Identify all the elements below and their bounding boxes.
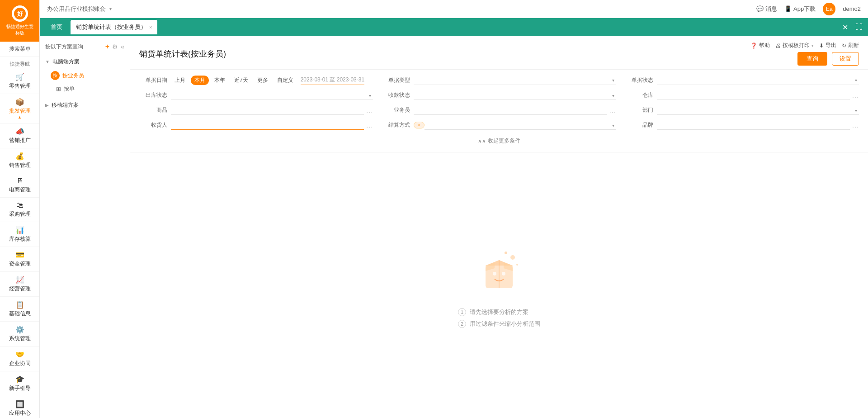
date-tab-more[interactable]: 更多: [254, 76, 272, 85]
add-scheme-icon[interactable]: +: [105, 43, 109, 51]
sidebar-item-operations[interactable]: 📈 经营管理: [0, 272, 39, 297]
sidebar-item-finance[interactable]: 💳 资金管理: [0, 247, 39, 272]
goods-input[interactable]: [171, 105, 364, 115]
tab-home[interactable]: 首页: [43, 20, 70, 34]
settlement-tag-x-icon[interactable]: ×: [418, 123, 420, 128]
goods-control: …: [171, 105, 373, 115]
placeholder-steps: 1 请先选择要分析的方案 2 用过滤条件来缩小分析范围: [458, 308, 540, 328]
sidebar-item-apps[interactable]: 🔲 应用中心: [0, 396, 39, 418]
sidebar-item-basic[interactable]: 📋 基础信息: [0, 297, 39, 322]
brand-input[interactable]: [657, 120, 850, 130]
sidebar-item-purchase[interactable]: 🛍 采购管理: [0, 198, 39, 222]
filter-cell-consignee: 收货人 …: [139, 120, 373, 130]
date-tab-this-year[interactable]: 本年: [211, 76, 229, 85]
sidebar-item-newbie-label: 新手引导: [9, 385, 31, 392]
outstatus-select[interactable]: [171, 90, 373, 100]
warehouse-input[interactable]: [657, 90, 850, 100]
export-button[interactable]: ⬇ 导出: [819, 42, 836, 49]
date-tab-this-month[interactable]: 本月: [191, 76, 209, 85]
header-actions-row-top: ❓ 帮助 🖨 按模板打印 ▾ ⬇ 导出: [750, 42, 859, 49]
workspace-name[interactable]: 办公用品行业模拟账套: [47, 5, 106, 13]
message-label: 消息: [765, 5, 777, 13]
scheme-group-mobile-arrow-icon: ▶: [45, 103, 49, 108]
quick-nav[interactable]: 快捷导航: [0, 57, 39, 69]
left-panel-actions: + ⚙ «: [105, 43, 124, 51]
scheme-sub-label: 按单: [64, 85, 75, 93]
query-button[interactable]: 查询: [797, 52, 827, 66]
filter-cell-goods: 商品 …: [139, 105, 373, 115]
sidebar-item-wholesale[interactable]: 📦 批发管理 ▲: [0, 94, 39, 124]
marketing-icon: 📣: [15, 127, 24, 136]
docstatus-select[interactable]: [657, 76, 859, 85]
basic-icon: 📋: [15, 300, 24, 309]
message-button[interactable]: 💬 消息: [756, 5, 777, 13]
consignee-input[interactable]: [171, 120, 364, 130]
tab-active-label: 销货单统计表（按业务员）: [76, 23, 146, 31]
print-button[interactable]: 🖨 按模板打印 ▾: [775, 42, 814, 49]
salesperson-input[interactable]: [414, 105, 607, 115]
scheme-item-salesperson[interactable]: 按 按业务员: [40, 68, 130, 83]
brand-dots-icon[interactable]: …: [852, 121, 859, 129]
ecommerce-icon: 🖥: [16, 177, 24, 185]
settlement-control: ×: [414, 120, 616, 130]
sidebar-item-marketing[interactable]: 📣 营销推广: [0, 124, 39, 148]
sidebar-item-inventory[interactable]: 📊 库存核算: [0, 222, 39, 247]
sidebar-item-retail[interactable]: 🛒 零售管理: [0, 69, 39, 94]
tab-close-icon[interactable]: ×: [149, 24, 152, 30]
doctype-select[interactable]: [414, 76, 616, 85]
sidebar-item-newbie[interactable]: 🎓 新手引导: [0, 371, 39, 396]
svg-point-7: [493, 272, 496, 276]
tab-close-all-button[interactable]: ✕: [840, 21, 850, 33]
settings-scheme-icon[interactable]: ⚙: [112, 43, 118, 50]
salesperson-dots-icon[interactable]: …: [609, 106, 616, 114]
settlement-select[interactable]: [425, 120, 616, 130]
help-button[interactable]: ❓ 帮助: [750, 42, 770, 49]
setup-button[interactable]: 设置: [832, 52, 859, 66]
warehouse-dots-icon[interactable]: …: [852, 91, 859, 100]
goods-label: 商品: [139, 106, 171, 114]
search-menu[interactable]: 搜索菜单: [0, 42, 39, 57]
sidebar-item-enterprise[interactable]: 🤝 企业协同: [0, 347, 39, 371]
docstatus-select-wrap: [657, 76, 859, 85]
dept-select[interactable]: [657, 105, 859, 115]
outstatus-label: 出库状态: [139, 91, 171, 99]
consignee-dots-icon[interactable]: …: [366, 121, 373, 129]
svg-point-8: [502, 272, 505, 276]
system-icon: ⚙️: [15, 325, 24, 334]
warehouse-control: …: [657, 90, 859, 100]
sidebar-item-ecommerce-label: 电商管理: [9, 186, 31, 194]
collapse-panel-icon[interactable]: «: [121, 43, 124, 50]
consignee-label: 收货人: [139, 121, 171, 129]
scheme-group-mobile-header[interactable]: ▶ 移动端方案: [40, 99, 130, 112]
left-panel-header: 按以下方案查询 + ⚙ «: [40, 40, 130, 53]
sidebar-item-sales[interactable]: 💰 销售管理: [0, 148, 39, 173]
payment-select[interactable]: [414, 90, 616, 100]
username[interactable]: demo2: [843, 5, 861, 12]
scheme-group-desktop-header[interactable]: ▼ 电脑端方案: [40, 55, 130, 68]
refresh-button[interactable]: ↻ 刷新: [842, 42, 859, 49]
app-download-button[interactable]: 📱 App下载: [784, 5, 816, 13]
message-icon: 💬: [756, 5, 764, 12]
placeholder-step-2: 2 用过滤条件来缩小分析范围: [458, 320, 540, 328]
page-header: 销货单统计表(按业务员) ❓ 帮助 🖨 按模板打印 ▾: [130, 36, 868, 70]
main-area: 办公用品行业模拟账套 ▾ 💬 消息 📱 App下载 Ea demo2 首页 销货…: [40, 0, 868, 418]
print-dropdown-icon[interactable]: ▾: [811, 43, 814, 48]
tab-active[interactable]: 销货单统计表（按业务员） ×: [71, 20, 157, 34]
sidebar-item-ecommerce[interactable]: 🖥 电商管理: [0, 173, 39, 198]
sidebar-item-system[interactable]: ⚙️ 系统管理: [0, 322, 39, 347]
date-tab-custom[interactable]: 自定义: [274, 76, 297, 85]
app-label: App下载: [793, 5, 816, 13]
settlement-tag[interactable]: ×: [414, 122, 425, 128]
date-tab-7days[interactable]: 近7天: [231, 76, 252, 85]
collapse-button[interactable]: ∧∧ 收起更多条件: [478, 137, 520, 145]
workspace-dropdown-icon[interactable]: ▾: [109, 6, 112, 11]
inventory-icon: 📊: [15, 226, 24, 234]
date-tab-last-month[interactable]: 上月: [171, 76, 189, 85]
avatar[interactable]: Ea: [823, 3, 835, 15]
scheme-sub-item-order[interactable]: ⊞ 按单: [40, 83, 130, 95]
goods-dots-icon[interactable]: …: [366, 106, 373, 114]
date-range-input[interactable]: 2023-03-01 至 2023-03-31: [301, 75, 364, 85]
tab-expand-button[interactable]: ⛶: [854, 21, 864, 33]
sidebar-item-system-label: 系统管理: [9, 335, 31, 342]
dept-select-wrap: [657, 105, 859, 115]
